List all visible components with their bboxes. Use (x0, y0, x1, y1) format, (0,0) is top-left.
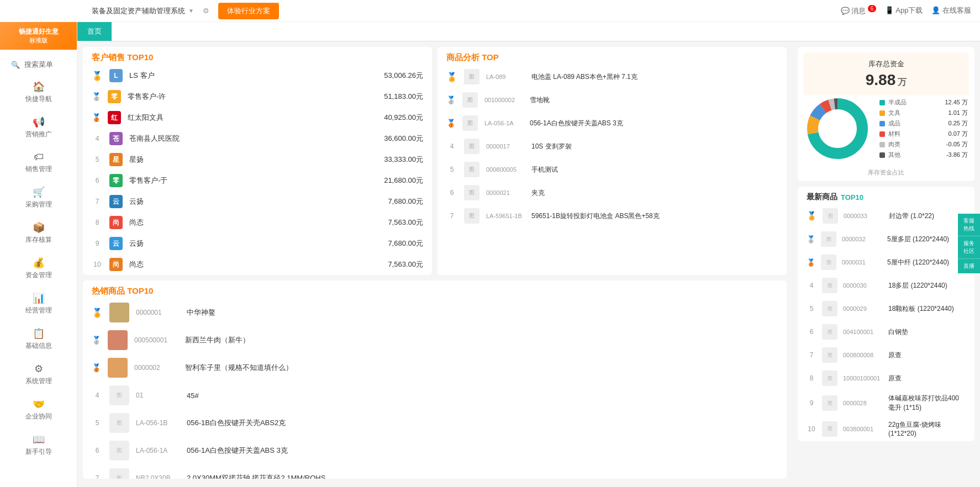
online-service-button[interactable]: 👤 在线客服 (931, 6, 971, 15)
sidebar-item-finance[interactable]: 💰 资金管理 (4, 251, 72, 285)
sidebar-item-quick-nav[interactable]: 🏠 快捷导航 (4, 75, 72, 109)
customer-row-2[interactable]: 🥈 零 零售客户-许 51,183.00元 (83, 86, 432, 107)
customer-row-10[interactable]: 10 尚 尚态 7,563.00元 (83, 254, 432, 275)
sidebar-search-label: 搜索菜单 (24, 60, 53, 70)
latest-name-2: 5厘多层 (1220*2440) (887, 235, 966, 244)
top-row: 客户销售 TOP10 🏅 L LS 客户 53,006.26元 (83, 47, 787, 275)
sidebar-item-operations[interactable]: 📊 经营管理 (4, 287, 72, 321)
hot-row-6[interactable]: 6 图 LA-056-1A 056-1A白色按键开关盖ABS 3克 (83, 437, 787, 464)
latest-row-8[interactable]: 8 图 10000100001 原查 (798, 367, 974, 390)
latest-row-5[interactable]: 5 图 0000029 18颗粒板 (1220*2440) (798, 297, 974, 320)
float-btn-live[interactable]: 直播 (958, 259, 980, 273)
latest-row-7[interactable]: 7 图 000800008 原查 (798, 343, 974, 367)
product-row-7[interactable]: 7 图 LA-59651-1B 59651-1B旋转投影灯电池盒 ABS黑色+5… (438, 204, 787, 227)
latest-row-6[interactable]: 6 图 004100001 白钢垫 (798, 320, 974, 343)
latest-row-9[interactable]: 9 图 0000028 体碱嘉枚味苏打饮品400毫升 (1*15) (798, 390, 974, 416)
hot-row-1[interactable]: 🏅 0000001 中华神鳌 (83, 299, 787, 326)
latest-row-4[interactable]: 4 图 0000030 18多层 (1220*2440) (798, 274, 974, 297)
sidebar-search[interactable]: 🔍 搜索菜单 (4, 55, 72, 74)
sidebar-item-system[interactable]: ⚙ 系统管理 (4, 357, 72, 391)
customer-top10-card: 客户销售 TOP10 🏅 L LS 客户 53,006.26元 (83, 47, 432, 275)
trial-button[interactable]: 体验行业方案 (218, 3, 279, 19)
prod-img-4: 图 (464, 139, 480, 154)
inventory-value-row: 9.88 万 (866, 71, 907, 89)
sidebar-item-label: 新手引导 (25, 447, 52, 457)
cooperation-icon: 🤝 (33, 398, 45, 410)
customer-amount-6: 21,680.00元 (384, 176, 423, 186)
hot-row-5[interactable]: 5 图 LA-056-1B 056-1B白色按键开关壳ABS2克 (83, 409, 787, 437)
sidebar-item-guide[interactable]: 📖 新手引导 (4, 428, 72, 462)
prod-code-5: 000800005 (486, 166, 525, 173)
customer-row-3[interactable]: 🥉 红 红太阳文具 40,925.00元 (83, 107, 432, 128)
brand-line1: 畅捷通好生意 (19, 28, 59, 36)
float-btn-service[interactable]: 客服热线 (958, 214, 980, 236)
latest-row-10[interactable]: 10 图 003800001 22g鱼豆腐-烧烤味 (1*12*20) (798, 416, 974, 441)
latest-name-6: 白钢垫 (888, 327, 966, 337)
legend-value-5: -0.05 万 (935, 140, 968, 149)
latest-code-5: 0000029 (843, 305, 883, 312)
sidebar-item-sales[interactable]: 🏷 销售管理 (4, 146, 72, 179)
prod-medal-2: 🥈 (446, 96, 456, 104)
customer-row-5[interactable]: 5 星 星扬 33,333.00元 (83, 149, 432, 170)
customer-badge-4: 苍 (109, 132, 123, 145)
customer-row-1[interactable]: 🏅 L LS 客户 53,006.26元 (83, 65, 432, 86)
inventory-card: 库存总资金 9.88 万 (798, 47, 974, 181)
online-service-label: 在线客服 (942, 6, 971, 14)
latest-row-3[interactable]: 🥉 图 0000031 5厘中纤 (1220*2440) (798, 251, 974, 274)
topbar-left: 装备及固定资产辅助管理系统 ▼ ⚙ 体验行业方案 (9, 3, 279, 19)
message-button[interactable]: 💬 消息 6 (841, 6, 877, 16)
sidebar-item-basic-info[interactable]: 📋 基础信息 (4, 322, 72, 356)
latest-code-10: 003800001 (843, 426, 883, 432)
basic-info-icon: 📋 (33, 327, 45, 340)
customer-badge-6: 零 (109, 174, 123, 187)
customer-row-6[interactable]: 6 零 零售客户-于 21,680.00元 (83, 170, 432, 191)
hot-img-1 (109, 303, 129, 322)
tab-home[interactable]: 首页 (77, 22, 112, 41)
hot-code-7: NB2.0X30B (136, 474, 180, 479)
app-download-button[interactable]: 📱 App下载 (885, 6, 923, 15)
legend-dot-5 (879, 142, 885, 147)
customer-row-9[interactable]: 9 云 云扬 7,680.00元 (83, 233, 432, 254)
sidebar-item-cooperation[interactable]: 🤝 企业协同 (4, 393, 72, 427)
customer-top10-title-text: 客户销售 TOP10 (92, 52, 153, 62)
prod-name-4: 10S 变刹罗袈 (531, 142, 778, 151)
product-row-6[interactable]: 6 图 0000021 夹克 (438, 181, 787, 204)
latest-name-3: 5厘中纤 (1220*2440) (887, 258, 966, 267)
customer-name-2: 零售客户-许 (128, 92, 377, 102)
product-row-2[interactable]: 🥈 图 001000002 雪地靴 (438, 88, 787, 112)
inventory-unit: 万 (898, 77, 907, 88)
hot-row-4[interactable]: 4 图 01 45# (83, 382, 787, 409)
inventory-subtitle: 库存资金占比 (798, 168, 974, 181)
sidebar-item-inventory[interactable]: 📦 库存核算 (4, 216, 72, 250)
customer-badge-5: 星 (109, 153, 123, 166)
product-row-3[interactable]: 🥉 图 LA-056-1A 056-1A白色按键开关盖ABS 3克 (438, 112, 787, 135)
product-row-1[interactable]: 🏅 图 LA-089 电池盖 LA-089 ABS本色+黑种 7.1克 (438, 65, 787, 88)
dropdown-arrow-icon[interactable]: ▼ (188, 8, 194, 14)
home-icon: 🏠 (33, 81, 45, 93)
customer-row-8[interactable]: 8 尚 尚态 7,563.00元 (83, 212, 432, 233)
inventory-icon: 📦 (33, 221, 45, 234)
latest-row-1[interactable]: 🏅 图 0000033 封边带 (1.0*22) (798, 204, 974, 227)
product-row-4[interactable]: 4 图 0000017 10S 变刹罗袈 (438, 135, 787, 158)
hot-name-1: 中华神鳌 (187, 308, 778, 317)
hot-row-7[interactable]: 7 图 NB2.0X30B 2.0X30MM双搓花轴.搓花直径2.1MM/ROH… (83, 464, 787, 479)
medal-icon-3: 🥉 (92, 113, 101, 122)
customer-row-7[interactable]: 7 云 云扬 7,680.00元 (83, 191, 432, 212)
customer-row-4[interactable]: 4 苍 苍南县人民医院 36,600.00元 (83, 128, 432, 149)
hot-row-2[interactable]: 🥈 000500001 新西兰牛肉（新牛） (83, 326, 787, 354)
settings-button[interactable]: ⚙ (198, 3, 214, 19)
float-btn-community[interactable]: 服务社区 (958, 236, 980, 259)
message-label: 消息 (851, 7, 866, 15)
prod-code-4: 0000017 (486, 143, 525, 150)
latest-medal-1: 🏅 (807, 211, 817, 221)
product-row-5[interactable]: 5 图 000800005 手机测试 (438, 158, 787, 181)
sales-icon: 🏷 (34, 151, 44, 163)
sidebar-item-marketing[interactable]: 📢 营销推广 (4, 110, 72, 145)
legend-label-5: 肉类 (888, 140, 900, 149)
latest-row-2[interactable]: 🥈 图 0000032 5厘多层 (1220*2440) (798, 227, 974, 251)
float-buttons: 客服热线 服务社区 直播 (958, 214, 980, 273)
product-analysis-list: 🏅 图 LA-089 电池盖 LA-089 ABS本色+黑种 7.1克 🥈 图 … (438, 65, 787, 227)
sidebar-item-purchase[interactable]: 🛒 采购管理 (4, 181, 72, 215)
legend-dot-6 (879, 152, 885, 158)
hot-row-3[interactable]: 🥉 0000002 智利车子里（规格不知道填什么） (83, 354, 787, 382)
